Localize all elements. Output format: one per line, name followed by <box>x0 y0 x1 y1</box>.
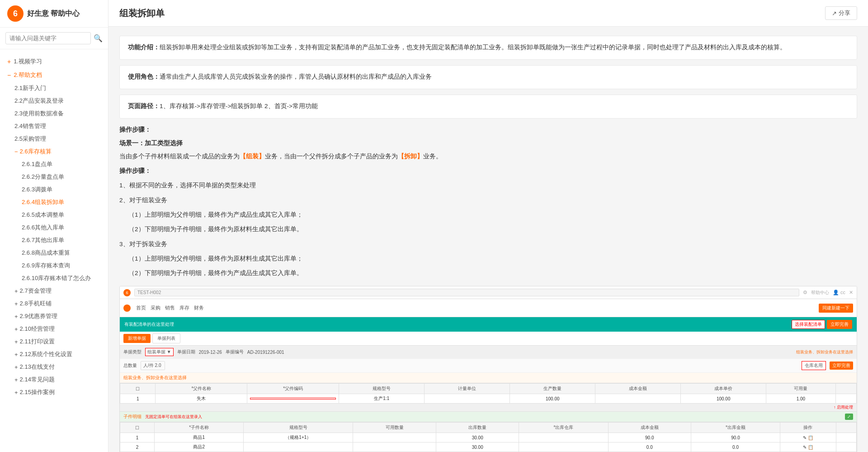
nav-tree: + 1.视频学习 − 2.帮助文档 2.1新手入门 2.2产品安装及登录 2.3… <box>0 49 108 452</box>
sidebar-item-coupon[interactable]: + 2.9优惠券管理 <box>0 310 108 323</box>
mock-child-extra4 <box>836 442 856 452</box>
mock-cell-spec: 生产1:1 <box>339 394 425 404</box>
search-icon[interactable]: 🔍 <box>94 34 103 43</box>
mock-user-icon: 👤 cc <box>833 290 845 295</box>
sidebar-item-inventorycheck[interactable]: 2.6.9库存账本查询 <box>0 259 108 272</box>
sidebar-item-otherout[interactable]: 2.6.7其他出库单 <box>0 234 108 247</box>
role-block: 使用角色：通常由生产人员或库管人员完成拆装业务的操作，库管人员确认原材料的出库和… <box>119 65 857 89</box>
sidebar-item-finance[interactable]: + 2.7资金管理 <box>0 285 108 297</box>
mock-enable-btn[interactable]: 立即完善 <box>830 362 853 370</box>
role-text: 通常由生产人员或库管人员完成拆装业务的操作，库管人员确认原材料的出库和产成品的入… <box>160 73 432 80</box>
mock-nav-sales: 销售 <box>165 305 175 311</box>
mock-parent-table: ☐ *父件名称 *父件编码 规格型号 计量单位 生产数量 成本金额 成本单价 可… <box>120 383 857 404</box>
sidebar-item-install[interactable]: 2.2产品安装及登录 <box>0 95 108 107</box>
step1: 1、根据不同的业务，选择不同单据的类型来处理 <box>119 180 857 191</box>
mock-doctype-select[interactable]: 组装单据 ▼ <box>145 348 174 356</box>
mock-child-col-avail2: 可用数量 <box>353 423 436 433</box>
mock-cell-avail: 1.00 <box>766 394 835 404</box>
search-input[interactable] <box>5 32 91 44</box>
sidebar-item-mobile[interactable]: + 2.8手机旺铺 <box>0 297 108 310</box>
share-button[interactable]: ↗ 分享 <box>825 6 857 20</box>
sidebar-item-inventory[interactable]: − 2.6库存核算 <box>0 145 108 158</box>
intro-text: 组装拆卸单用来处理企业组装或拆卸等加工业务，支持有固定装配清单的产品加工业务，也… <box>160 44 786 51</box>
search-box: 🔍 <box>0 28 108 49</box>
sidebar-item-accounterror[interactable]: 2.6.10库存账本错了怎么办 <box>0 272 108 285</box>
main-header: 组装拆卸单 ↗ 分享 <box>108 0 868 27</box>
mock-nav-home: 首页 <box>136 305 146 311</box>
sidebar-item-video[interactable]: + 1.视频学习 <box>0 55 108 68</box>
intro-label: 功能介绍： <box>128 44 160 51</box>
mock-child-name1: 商品1 <box>155 433 244 442</box>
mock-child-col-extra: *出库金额 <box>691 423 780 433</box>
scene1-title: 场景一：加工类型选择 <box>119 139 857 147</box>
sidebar-item-otherin[interactable]: 2.6.6其他入库单 <box>0 221 108 234</box>
mock-child-extra2b: 0.0 <box>691 442 780 452</box>
sidebar-item-purchase[interactable]: 2.5采购管理 <box>0 133 108 145</box>
mock-col-avail: 可用量 <box>766 384 835 394</box>
mock-qty-input[interactable]: 人/件 2.0 <box>141 361 165 370</box>
sidebar-item-costadjust[interactable]: 2.6.5成本调整单 <box>0 209 108 221</box>
mock-child-spec2b <box>244 442 353 452</box>
sidebar-item-transfer[interactable]: 2.6.3调拨单 <box>0 183 108 196</box>
mock-warehouse-field[interactable]: 仓库名用 <box>802 361 826 370</box>
mock-child-row1: 1 商品1 （规格1+1） 30.00 90.0 90.0 ✎ 📋 <box>120 433 857 442</box>
mock-child-table-container: ☐ *子件名称 规格型号 可用数量 出库数量 *出库仓库 成本金额 *出库金额 … <box>120 422 857 452</box>
minus-icon2: − <box>14 148 18 155</box>
mock-confirm-btn[interactable]: 立即完善 <box>827 320 852 329</box>
sidebar-item-stocktake[interactable]: 2.6.1盘点单 <box>0 158 108 171</box>
mock-col-qty: 生产数量 <box>510 384 595 394</box>
ops-title2: 操作步骤： <box>119 166 857 176</box>
sidebar-item-new[interactable]: 2.1新手入门 <box>0 82 108 95</box>
scene1-desc: 当由多个子件材料组装成一个成品的业务为【组装】业务，当由一个父件拆分成多个子产品… <box>119 151 857 162</box>
sidebar-item-sales[interactable]: 2.4销售管理 <box>0 120 108 133</box>
role-label: 使用角色： <box>128 73 160 80</box>
mock-url-bar: TEST-H002 <box>134 289 799 296</box>
sidebar-item-faq[interactable]: + 2.14常见问题 <box>0 373 108 386</box>
minus-icon: − <box>7 71 11 79</box>
step3-1: （1）上部明细为父件明细，最终作为原材料生成其它出库单； <box>119 253 857 264</box>
sidebar-item-costrecalc[interactable]: 2.6.8商品成本重算 <box>0 247 108 259</box>
mock-titlebar: 6 TEST-H002 ⚙ 帮助中心 👤 cc ✕ <box>120 286 857 299</box>
sidebar-item-business[interactable]: + 2.10经营管理 <box>0 323 108 335</box>
mock-toolbar: 新增单据 单据列表 <box>120 332 857 346</box>
mock-child-name2: 商品2 <box>155 442 244 452</box>
mock-new-btn[interactable]: 同建新建一下 <box>819 304 853 313</box>
mock-col-spec: 规格型号 <box>339 384 425 394</box>
mock-cell-action <box>835 394 856 404</box>
step3-2: （2）下部明细为子件明细，最终作为产成品生成其它入库单。 <box>119 268 857 279</box>
sidebar-item-system[interactable]: + 2.12系统个性化设置 <box>0 348 108 361</box>
sidebar-item-payment[interactable]: + 2.13在线支付 <box>0 361 108 373</box>
mock-tab-new[interactable]: 新增单据 <box>123 334 151 343</box>
mock-date-value: 2019-12-26 <box>199 350 222 355</box>
mock-child-outwh2 <box>519 442 608 452</box>
mock-col-ops <box>835 384 856 394</box>
mock-child-avail1 <box>353 433 436 442</box>
sidebar-item-docs[interactable]: − 2.帮助文档 <box>0 68 108 82</box>
sidebar-item-print[interactable]: + 2.11打印设置 <box>0 335 108 348</box>
mock-tab-list[interactable]: 单据列表 <box>152 333 180 343</box>
mock-child-avail2 <box>353 442 436 452</box>
mock-expand-btn[interactable]: ⤢ <box>845 414 853 420</box>
main-area: 组装拆卸单 ↗ 分享 功能介绍：组装拆卸单用来处理企业组装或拆卸等加工业务，支持… <box>108 0 868 452</box>
sidebar-item-assembly[interactable]: 2.6.4组装拆卸单 <box>0 196 108 209</box>
sidebar-item-stockcount[interactable]: 2.6.2分量盘点单 <box>0 171 108 183</box>
mock-parent-table-container: ☐ *父件名称 *父件编码 规格型号 计量单位 生产数量 成本金额 成本单价 可… <box>120 383 857 404</box>
mock-nav-finance: 财务 <box>194 305 204 311</box>
mock-child-ops1: ✎ 📋 <box>780 433 836 442</box>
mock-child-col-check: ☐ <box>120 423 155 433</box>
mock-col-unitcost: 成本单价 <box>681 384 766 394</box>
mock-subqty-row: 总数量 人/件 2.0 仓库名用 立即完善 <box>120 359 857 373</box>
mock-cell-name: 失木 <box>156 394 247 404</box>
mock-child-label: 子件明细 <box>123 414 142 420</box>
mock-select-bom-btn[interactable]: 选择装配清单 <box>792 320 825 329</box>
step2-2: （2）下部明细为子件明细，最终作为原材料生成其它出库单。 <box>119 224 857 235</box>
mock-assembly-type-annotation: 组装业务、拆卸业务在这里选择 <box>796 349 853 355</box>
sidebar-item-data[interactable]: 2.3使用前数据准备 <box>0 107 108 120</box>
mock-child-ops2b: ✎ 📋 <box>780 442 836 452</box>
mock-child-extra1: 90.0 <box>691 433 780 442</box>
sidebar-item-cases[interactable]: + 2.15操作案例 <box>0 386 108 399</box>
mock-col-check: ☐ <box>120 384 156 394</box>
mock-child-table-header: 子件明细 无固定清单可在组装在这里录入 ⤢ <box>120 411 857 422</box>
mock-cell-qty: 100.00 <box>510 394 595 404</box>
mock-child-col-outqty: 出库数量 <box>436 423 519 433</box>
